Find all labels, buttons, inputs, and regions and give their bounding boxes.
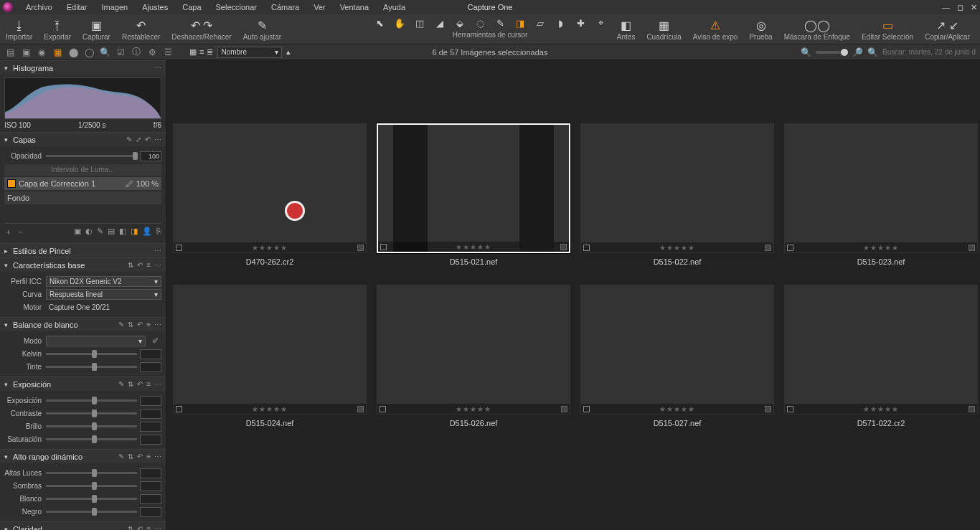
tool-copiar-aplicar[interactable]: ↗ ↙Copiar/Aplicar (919, 14, 976, 44)
variant-icon[interactable] (357, 245, 364, 251)
brush-icon[interactable]: ✎ (126, 136, 132, 143)
tooltab-4[interactable]: ⬤ (67, 47, 79, 58)
thumbnail-browser[interactable]: ★★★★★D470-262.cr2★★★★★D515-021.nef★★★★★D… (166, 60, 980, 530)
slider-value[interactable] (140, 396, 161, 406)
copy-icon[interactable]: ⇅ (128, 380, 133, 388)
expand-icon[interactable]: ⤢ (136, 136, 141, 143)
color-tag[interactable] (380, 244, 387, 250)
slider-value[interactable] (140, 409, 161, 419)
picker-icon[interactable]: ✎ (118, 453, 124, 460)
luma-range-button[interactable]: Intervalo de Luma... (4, 164, 161, 176)
thumbnail-image[interactable]: ★★★★★ (784, 285, 978, 415)
preset-icon[interactable]: ≡ (146, 380, 151, 388)
menu-ajustes[interactable]: Ajustes (135, 0, 175, 14)
tool-prueba[interactable]: ◎Prueba (743, 14, 778, 44)
layer-row[interactable]: Fondo (4, 191, 161, 204)
preset-icon[interactable]: ≡ (146, 261, 151, 269)
variant-icon[interactable] (560, 244, 567, 250)
keystone-icon[interactable]: ⬙ (453, 16, 466, 29)
mask-invert-icon[interactable]: ◐ (85, 227, 93, 237)
preset-icon[interactable]: ≡ (146, 525, 151, 530)
select-perfil icc[interactable]: Nikon D2X Generic V2▾ (46, 276, 161, 287)
tool-m-scara-de-enfoque[interactable]: ◯◯Máscara de Enfoque (778, 14, 856, 44)
color-tag[interactable] (176, 245, 182, 251)
rating-stars[interactable]: ★★★★★ (252, 405, 288, 413)
more-icon[interactable]: ⋯ (154, 321, 161, 328)
thumbnail-image[interactable]: ★★★★★ (580, 285, 774, 415)
tool-capturar[interactable]: ▣Capturar (77, 14, 116, 44)
slider-value[interactable] (140, 349, 161, 359)
tool-exportar[interactable]: ⭱Exportar (38, 14, 77, 44)
tooltab-8[interactable]: ⓘ (131, 47, 142, 58)
picker-icon[interactable]: ✎ (118, 380, 124, 388)
tool-aviso-de-expo[interactable]: ⚠Aviso de expo (687, 14, 744, 44)
hand-icon[interactable]: ✋ (393, 16, 406, 29)
panel-exposure[interactable]: ▾ Exposición ✎ ⇅ ↶ ≡ ⋯ (0, 377, 166, 391)
variant-icon[interactable] (561, 406, 567, 412)
thumbnail-image[interactable]: ★★★★★ (580, 123, 774, 253)
tool-auto-ajustar[interactable]: ✎Auto ajustar (237, 14, 287, 44)
tooltab-2[interactable]: ◉ (36, 47, 47, 58)
panel-base-char[interactable]: ▾ Características base ⇅ ↶ ≡ ⋯ (0, 257, 166, 272)
more-icon[interactable]: ⋯ (154, 525, 161, 530)
copy-icon[interactable]: ⇅ (128, 261, 133, 269)
menu-editar[interactable]: Editar (60, 0, 95, 14)
close-icon[interactable]: ✕ (971, 3, 977, 12)
rating-stars[interactable]: ★★★★★ (252, 244, 288, 252)
more-icon[interactable]: ⋯ (154, 64, 161, 72)
search-icon[interactable]: 🔍 (867, 47, 878, 57)
menu-capa[interactable]: Capa (175, 0, 208, 14)
copy-icon[interactable]: ⇅ (128, 525, 133, 530)
copy-icon[interactable]: ⇅ (128, 321, 133, 328)
thumbnail[interactable]: ★★★★★D470-262.cr2 (171, 123, 369, 266)
copy-icon[interactable]: ⇅ (128, 453, 133, 460)
undo-icon[interactable]: ↶ (137, 321, 143, 328)
variant-icon[interactable] (969, 406, 975, 412)
panel-layers-head[interactable]: ▾ Capas ✎ ⤢ ↶ ⋯ (0, 132, 166, 146)
gradient-icon[interactable]: ▱ (534, 16, 547, 29)
opacity-value[interactable]: 100 (140, 151, 161, 161)
tooltab-0[interactable]: ▤ (4, 47, 16, 58)
thumbnail-image[interactable]: ★★★★★ (377, 123, 570, 253)
panel-histogram-head[interactable]: ▾ Histograma ⋯ (0, 60, 166, 75)
radial-icon[interactable]: ◗ (554, 16, 567, 29)
spot-icon[interactable]: ◌ (473, 16, 486, 29)
undo-icon[interactable]: ↶ (145, 136, 151, 143)
rating-stars[interactable]: ★★★★★ (659, 405, 695, 413)
preset-icon[interactable]: ≡ (146, 453, 151, 460)
menu-seleccionar[interactable]: Seleccionar (209, 0, 264, 14)
crop-icon[interactable]: ◫ (413, 16, 426, 29)
rating-stars[interactable]: ★★★★★ (456, 405, 491, 413)
pointer-icon[interactable]: ⬉ (373, 16, 386, 29)
slider-contraste[interactable] (46, 412, 137, 415)
slider-kelvin[interactable] (46, 353, 137, 355)
slider-saturación[interactable] (46, 438, 137, 440)
thumb-size-slider[interactable] (816, 51, 848, 54)
tool-deshacer-rehacer[interactable]: ↶ ↷Deshacer/Rehacer (166, 14, 237, 44)
slider-value[interactable] (140, 422, 161, 432)
mask-brush-icon[interactable]: ✎ (97, 227, 103, 237)
variant-icon[interactable] (357, 406, 364, 412)
add-layer-icon[interactable]: ＋ (4, 227, 12, 237)
thumbnail-image[interactable]: ★★★★★ (784, 123, 978, 253)
undo-icon[interactable]: ↶ (137, 453, 143, 460)
mask-erase-icon[interactable]: ◨ (131, 227, 138, 237)
tooltab-6[interactable]: 🔍 (99, 47, 110, 58)
rating-stars[interactable]: ★★★★★ (863, 244, 899, 252)
color-tag[interactable] (380, 406, 386, 412)
rating-stars[interactable]: ★★★★★ (456, 243, 491, 251)
picker-icon[interactable]: ✐ (149, 336, 161, 346)
mask-rect-icon[interactable]: ▣ (74, 227, 81, 237)
heal-icon[interactable]: ✚ (574, 16, 587, 29)
layer-check-icon[interactable] (7, 179, 16, 188)
tooltab-9[interactable]: ⚙ (146, 47, 158, 58)
zoom-in-icon[interactable]: 🔎 (852, 47, 863, 57)
rating-stars[interactable]: ★★★★★ (659, 244, 695, 252)
layer-link-icon[interactable]: 🖉 (126, 179, 133, 188)
color-tag[interactable] (176, 406, 182, 412)
rating-stars[interactable]: ★★★★★ (863, 405, 899, 413)
slider-value[interactable] (140, 435, 161, 445)
mask-fill-icon[interactable]: ▤ (108, 227, 115, 237)
slider-value[interactable] (140, 468, 161, 478)
zoom-out-icon[interactable]: 🔍 (801, 47, 811, 57)
